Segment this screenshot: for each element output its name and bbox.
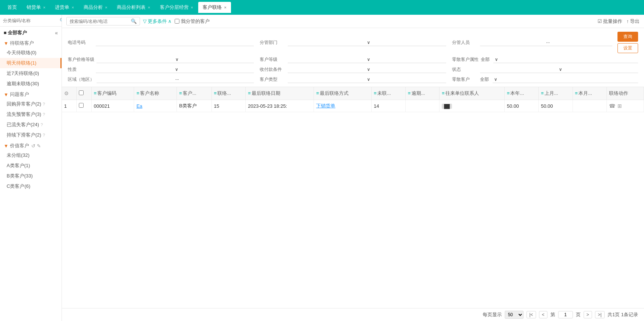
refresh-icon[interactable]: ↺ — [31, 143, 35, 149]
nav-purchase-order[interactable]: 进货单 × — [50, 2, 78, 13]
my-customers-checkbox[interactable]: 我分管的客户 — [175, 18, 210, 25]
col-last-date[interactable]: ≡最后联络日期 — [245, 87, 314, 100]
export-button[interactable]: ↑ 导出 — [627, 18, 640, 25]
col-contact-person[interactable]: ≡往来单位联系人 — [440, 87, 505, 100]
first-page-button[interactable]: |< — [526, 311, 536, 318]
col-name[interactable]: ≡客户名称 — [134, 87, 177, 100]
nav-product-analysis[interactable]: 商品分析 × — [79, 2, 112, 13]
col-contacts[interactable]: ≡联络... — [211, 87, 245, 100]
more-filter-button[interactable]: ▽ 更多条件 ∧ — [143, 18, 172, 25]
batch-operation-button[interactable]: ☑ 批量操作 — [598, 18, 622, 25]
sidebar: 🔍 ■ 全部客户 « ▼ 待联络客户 今天待联络(0) 明天待联络(1) 近7天… — [0, 15, 62, 321]
row-name[interactable]: Ea — [134, 100, 177, 112]
content-area: 🔍 ▽ 更多条件 ∧ 我分管的客户 ☑ 批量操作 ↑ 导出 — [62, 15, 644, 321]
close-icon[interactable]: × — [148, 5, 150, 10]
row-checkbox[interactable] — [77, 100, 91, 112]
main-search-box[interactable]: 🔍 — [66, 17, 140, 25]
sidebar-item-ungrouped[interactable]: 未分组(32) — [0, 150, 62, 160]
edit-icon[interactable]: ✎ — [37, 143, 41, 149]
grid-action-icon[interactable]: ⊞ — [617, 103, 622, 109]
col-settings[interactable]: ⚙ — [62, 87, 77, 100]
sidebar-item-class-a[interactable]: A类客户(1) — [0, 160, 62, 171]
col-this-month[interactable]: ≡本月... — [573, 87, 606, 100]
filter-label-retail-attr: 零散客户属性 — [452, 56, 479, 63]
row-last-method[interactable]: 下销货单 — [314, 100, 371, 112]
close-icon[interactable]: × — [105, 5, 107, 10]
filter-select-customer-level[interactable]: ∨ — [288, 56, 446, 63]
nav-customer-contact[interactable]: 客户联络 × — [198, 2, 231, 13]
close-icon[interactable]: × — [43, 5, 45, 10]
filter-select-dept[interactable]: ∨ — [288, 39, 446, 46]
my-customers-check[interactable] — [175, 19, 179, 24]
filter-select-status[interactable]: ∨ — [480, 66, 638, 73]
select-all-checkbox[interactable] — [79, 90, 84, 95]
help-icon[interactable]: ? — [41, 122, 43, 127]
last-page-button[interactable]: >| — [595, 311, 605, 318]
collapse-icon[interactable]: « — [55, 30, 58, 36]
filter-label-status: 状态 — [452, 66, 478, 73]
row-this-month — [573, 100, 606, 112]
close-icon[interactable]: × — [191, 5, 193, 10]
all-customers-label[interactable]: ■ 全部客户 « — [0, 27, 62, 38]
search-input[interactable] — [70, 19, 129, 24]
filter-select-region[interactable]: ··· — [97, 76, 254, 83]
filter-row-price-level: 客户价格等级 ∨ — [68, 56, 254, 63]
filter-select-customer-type[interactable]: ∨ — [288, 76, 446, 83]
sidebar-item-7days[interactable]: 近7天待联络(0) — [0, 68, 62, 79]
filter-row-phone: 电话号码 — [68, 39, 254, 46]
advanced-filter-panel: 电话号码 分管部门 ∨ 分管人员 ··· 查询 设置 — [62, 28, 644, 87]
sidebar-item-tomorrow[interactable]: 明天待联络(1) — [0, 58, 62, 68]
search-icon[interactable]: 🔍 — [131, 18, 137, 24]
nav-home[interactable]: 首页 — [3, 2, 21, 13]
sidebar-item-class-c[interactable]: C类客户(6) — [0, 181, 62, 191]
prev-page-button[interactable]: < — [539, 311, 547, 318]
filter-select-retail-attr[interactable]: ∨ — [493, 56, 638, 63]
row-last-month: 50.00 — [539, 100, 573, 112]
filter-select-retail-customer[interactable]: ∨ — [493, 76, 638, 83]
row-select-checkbox[interactable] — [79, 103, 84, 108]
sidebar-search-input[interactable] — [3, 18, 58, 23]
help-icon[interactable]: ? — [43, 102, 45, 106]
help-icon[interactable]: ? — [43, 133, 45, 137]
row-this-year: 50.00 — [504, 100, 538, 112]
close-icon[interactable]: × — [224, 5, 226, 10]
nav-product-analysis-list[interactable]: 商品分析列表 × — [112, 2, 154, 13]
page-size-select[interactable]: 50 100 200 — [505, 311, 524, 319]
setting-button[interactable]: 设置 — [617, 43, 638, 53]
nav-customer-tier[interactable]: 客户分层经营 × — [155, 2, 197, 13]
filter-select-nature[interactable]: ∨ — [96, 66, 254, 73]
contact-action-icon[interactable]: ☎ — [609, 103, 615, 109]
col-uncontacted[interactable]: ≡未联... — [371, 87, 405, 100]
sidebar-item-declining[interactable]: 持续下滑客户(2) ? — [0, 130, 62, 140]
sidebar-item-today[interactable]: 今天待联络(0) — [0, 48, 62, 58]
close-icon[interactable]: × — [71, 5, 74, 10]
filter-input-phone[interactable] — [96, 39, 254, 46]
help-icon[interactable]: ? — [43, 112, 45, 117]
col-this-year[interactable]: ≡本年... — [504, 87, 538, 100]
col-last-method[interactable]: ≡最后联络方式 — [314, 87, 371, 100]
filter-select-price-level[interactable]: ∨ — [97, 56, 254, 63]
query-button[interactable]: 查询 — [617, 32, 638, 42]
sidebar-group-problem: ▼ 问题客户 — [0, 89, 62, 99]
settings-icon[interactable]: ⚙ — [64, 90, 69, 96]
page-number-input[interactable] — [558, 311, 573, 318]
col-type[interactable]: ≡客户... — [177, 87, 211, 100]
filter-row-retail-attr: 零散客户属性 全部 ∨ — [452, 56, 638, 63]
filter-select-payment[interactable]: ∨ — [288, 66, 446, 73]
col-action[interactable]: 联络动作 — [606, 87, 644, 100]
chevron-down-icon: ∨ — [367, 77, 445, 82]
sidebar-item-overdue[interactable]: 逾期未联络(30) — [0, 79, 62, 89]
col-last-month[interactable]: ≡上月... — [539, 87, 573, 100]
total-records: 共1页 1条记录 — [608, 311, 638, 318]
sidebar-item-churn-warning[interactable]: 流失预警客户(3) ? — [0, 109, 62, 120]
col-overdue[interactable]: ≡逾期... — [405, 87, 439, 100]
sidebar-item-churned[interactable]: 已流失客户(24) ? — [0, 120, 62, 130]
col-checkbox[interactable] — [77, 87, 91, 100]
sidebar-item-class-b[interactable]: B类客户(33) — [0, 171, 62, 181]
sidebar-item-repurchase-abnormal[interactable]: 回购异常客户(2) ? — [0, 99, 62, 109]
next-page-button[interactable]: > — [584, 311, 592, 318]
filter-row-dept: 分管部门 ∨ — [260, 39, 446, 46]
filter-select-manager[interactable]: ··· — [480, 39, 612, 46]
col-code[interactable]: ≡客户编码 — [91, 87, 134, 100]
nav-sales-order[interactable]: 销货单 × — [22, 2, 50, 13]
